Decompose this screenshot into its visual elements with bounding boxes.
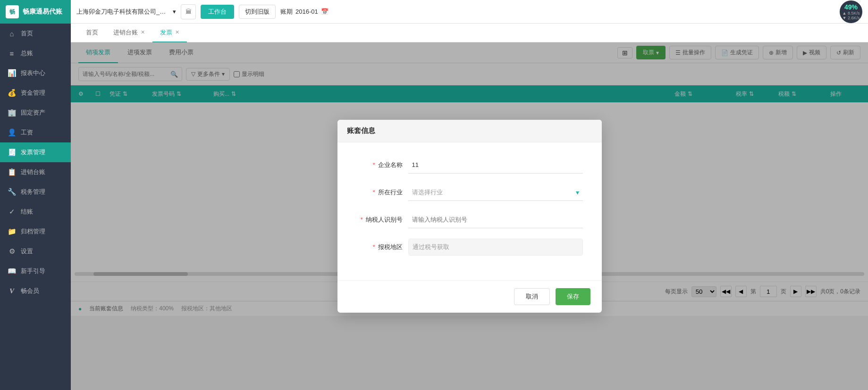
assets-icon: 🏢 xyxy=(8,108,16,117)
sidebar-item-label: 畅会员 xyxy=(21,287,39,295)
tab-invoice-label: 发票 xyxy=(160,28,172,37)
period-display: 账期 2016-01 📅 xyxy=(280,8,329,16)
sidebar-item-settings[interactable]: ⚙ 设置 xyxy=(0,241,71,261)
tab-home-label: 首页 xyxy=(86,28,98,37)
modal-header: 账套信息 xyxy=(337,120,602,142)
modal-title: 账套信息 xyxy=(347,126,375,134)
tab-purchase-label: 进销台账 xyxy=(113,28,138,37)
sidebar-item-label: 固定资产 xyxy=(21,108,45,117)
speed-badge: 49% ▲ 8.5K/s ▼ 2.6K/s xyxy=(840,0,862,23)
modal-overlay: 账套信息 * 企业名称 xyxy=(71,42,868,390)
tab-home[interactable]: 首页 xyxy=(78,24,106,42)
sidebar-item-label: 归档管理 xyxy=(21,227,45,236)
topbar-right: 49% ▲ 8.5K/s ▼ 2.6K/s xyxy=(840,0,862,23)
tab-purchase-close[interactable]: ✕ xyxy=(141,29,145,35)
guide-icon: 📖 xyxy=(8,267,16,275)
funds-icon: 💰 xyxy=(8,89,16,97)
sidebar-item-label: 税务管理 xyxy=(21,188,45,196)
sidebar-item-label: 进销台账 xyxy=(21,168,45,176)
industry-select-wrap: 请选择行业 ▾ xyxy=(408,184,583,201)
tab-invoice-close[interactable]: ✕ xyxy=(175,29,179,35)
speed-up: ▲ 8.5K/s xyxy=(843,11,860,16)
building-icon: 🏛 xyxy=(185,8,192,15)
sidebar-item-home[interactable]: ⌂ 首页 xyxy=(0,24,71,43)
company-selector[interactable]: 上海卯金刀电子科技有限公司_（台201... ▾ xyxy=(76,8,176,16)
content-area: 销项发票 进项发票 费用小票 ⊞ 取票 ▾ xyxy=(71,42,868,390)
home-icon: ⌂ xyxy=(8,30,16,38)
company-name-input[interactable] xyxy=(408,157,583,174)
tax-icon: 🔧 xyxy=(8,188,16,196)
invoice-icon: 🧾 xyxy=(8,148,16,157)
taxid-label: * 纳税人识别号 xyxy=(356,216,408,224)
sidebar-item-close[interactable]: ✓ 结账 xyxy=(0,202,71,222)
period-value: 2016-01 xyxy=(295,8,318,15)
sidebar-item-funds[interactable]: 💰 资金管理 xyxy=(0,83,71,103)
sidebar-item-archive[interactable]: 📁 归档管理 xyxy=(0,222,71,241)
tab-purchase[interactable]: 进销台账 ✕ xyxy=(106,24,152,42)
reports-icon: 📊 xyxy=(8,69,16,77)
settings-icon: ⚙ xyxy=(8,247,16,256)
sidebar-logo: 畅 畅康通易代账 xyxy=(0,0,71,24)
company-name: 上海卯金刀电子科技有限公司_（台201... xyxy=(76,8,171,16)
sidebar-item-label: 新手引导 xyxy=(21,267,45,275)
logo-icon: 畅 xyxy=(6,5,19,18)
logo-text: 畅康通易代账 xyxy=(23,8,62,16)
archive-icon: 📁 xyxy=(8,227,16,236)
industry-label: * 所在行业 xyxy=(356,188,408,197)
company-dropdown-icon[interactable]: ▾ xyxy=(173,8,176,15)
save-button[interactable]: 保存 xyxy=(556,288,590,305)
speed-percent: 49% xyxy=(844,3,858,11)
form-row-tax-region: * 报税地区 通过税号获取 xyxy=(356,239,583,256)
tax-region-label: * 报税地区 xyxy=(356,243,408,251)
industry-select[interactable] xyxy=(408,184,583,201)
calendar-icon[interactable]: 📅 xyxy=(321,8,329,15)
sidebar-item-label: 总账 xyxy=(21,49,33,58)
company-name-label: * 企业名称 xyxy=(356,161,408,169)
sidebar-item-label: 设置 xyxy=(21,247,33,256)
sidebar-item-invoice[interactable]: 🧾 发票管理 xyxy=(0,142,71,162)
tab-invoice[interactable]: 发票 ✕ xyxy=(152,24,187,42)
tax-region-display: 通过税号获取 xyxy=(408,239,583,256)
form-row-industry: * 所在行业 请选择行业 ▾ xyxy=(356,184,583,201)
topbar: 上海卯金刀电子科技有限公司_（台201... ▾ 🏛 工作台 切到旧版 账期 2… xyxy=(71,0,868,24)
old-version-button[interactable]: 切到旧版 xyxy=(239,5,276,19)
modal-body: * 企业名称 * 所在行业 xyxy=(337,142,602,280)
sidebar-item-tax[interactable]: 🔧 税务管理 xyxy=(0,182,71,202)
speed-down: ▼ 2.6K/s xyxy=(843,16,860,20)
sidebar-item-salary[interactable]: 👤 工资 xyxy=(0,123,71,142)
sidebar-item-label: 发票管理 xyxy=(21,148,45,157)
form-row-taxid: * 纳税人识别号 xyxy=(356,211,583,228)
account-info-modal: 账套信息 * 企业名称 xyxy=(337,120,602,313)
purchase-icon: 📋 xyxy=(8,168,16,176)
page-tabs: 首页 进销台账 ✕ 发票 ✕ xyxy=(71,24,868,42)
sidebar-nav: ⌂ 首页 ≡ 总账 📊 报表中心 💰 资金管理 🏢 固定资产 👤 工资 xyxy=(0,24,71,390)
period-label: 账期 xyxy=(280,8,293,16)
sidebar-item-ledger[interactable]: ≡ 总账 xyxy=(0,43,71,63)
workbench-button[interactable]: 工作台 xyxy=(201,5,234,19)
sidebar: 畅 畅康通易代账 ⌂ 首页 ≡ 总账 📊 报表中心 💰 资金管理 🏢 xyxy=(0,0,71,390)
sidebar-item-member[interactable]: V 畅会员 xyxy=(0,281,71,301)
ledger-icon: ≡ xyxy=(8,50,16,58)
main-content: 上海卯金刀电子科技有限公司_（台201... ▾ 🏛 工作台 切到旧版 账期 2… xyxy=(71,0,868,390)
company-icon-btn[interactable]: 🏛 xyxy=(181,4,196,19)
sidebar-item-assets[interactable]: 🏢 固定资产 xyxy=(0,103,71,123)
sidebar-item-label: 结账 xyxy=(21,207,33,216)
sidebar-item-label: 资金管理 xyxy=(21,89,45,97)
sidebar-item-reports[interactable]: 📊 报表中心 xyxy=(0,63,71,83)
modal-footer: 取消 保存 xyxy=(337,280,602,313)
taxid-input[interactable] xyxy=(408,211,583,228)
member-icon: V xyxy=(8,287,16,295)
sidebar-item-label: 首页 xyxy=(21,29,33,38)
form-row-company: * 企业名称 xyxy=(356,157,583,174)
sidebar-item-label: 工资 xyxy=(21,128,33,137)
close-accounts-icon: ✓ xyxy=(8,207,16,216)
sidebar-item-purchase[interactable]: 📋 进销台账 xyxy=(0,162,71,182)
cancel-button[interactable]: 取消 xyxy=(514,288,550,305)
sidebar-item-label: 报表中心 xyxy=(21,69,45,77)
salary-icon: 👤 xyxy=(8,128,16,137)
sidebar-item-guide[interactable]: 📖 新手引导 xyxy=(0,261,71,281)
